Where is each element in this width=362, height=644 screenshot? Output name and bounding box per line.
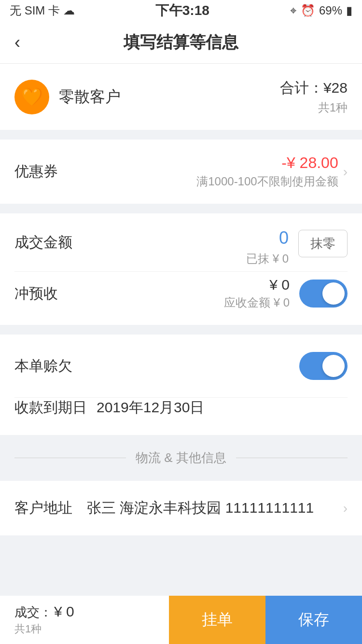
deal-section: 成交金额 0 已抹 ¥ 0 抹零 冲预收 ¥ 0 应收金额 ¥ 0	[0, 213, 362, 325]
status-right: ⌖ ⏰ 69% ▮	[290, 4, 352, 17]
battery-level: 69%	[319, 4, 342, 17]
page-title: 填写结算等信息	[124, 31, 238, 54]
prepay-sub: 应收金额 ¥ 0	[224, 295, 290, 310]
customer-info: 🧡 零散客户	[14, 80, 121, 114]
back-button[interactable]: ‹	[14, 32, 20, 53]
bottom-summary: 成交： ¥ 0 共1种	[0, 596, 169, 644]
round-button[interactable]: 抹零	[298, 230, 348, 257]
deal-amount-sub: 已抹 ¥ 0	[246, 251, 289, 266]
avatar-icon: 🧡	[21, 87, 43, 107]
bottom-deal-label: 成交：	[14, 604, 52, 621]
bottom-count: 共1种	[14, 622, 154, 636]
location-icon: ⌖	[290, 4, 297, 17]
debt-label: 本单赊欠	[14, 356, 72, 376]
coupon-label: 优惠券	[14, 162, 58, 182]
bottom-bar: 成交： ¥ 0 共1种 挂单 保存	[0, 596, 362, 644]
prepay-toggle[interactable]	[299, 280, 348, 308]
customer-name: 零散客户	[59, 86, 121, 108]
customer-total: 合计：¥28 共1种	[280, 78, 348, 115]
due-date-value: 2019年12月30日	[97, 398, 204, 418]
address-label: 客户地址	[14, 498, 72, 518]
coupon-row[interactable]: 优惠券 -¥ 28.00 满1000-100不限制使用金额 ›	[14, 140, 348, 204]
coupon-description: 满1000-100不限制使用金额	[196, 174, 338, 189]
prepay-right: ¥ 0 应收金额 ¥ 0	[224, 277, 348, 310]
save-button[interactable]: 保存	[265, 596, 362, 644]
sim-status: 无 SIM 卡 ☁	[10, 3, 75, 18]
prepay-info: ¥ 0 应收金额 ¥ 0	[224, 277, 290, 310]
divider-right	[236, 458, 348, 458]
deal-amount-group: 0 已抹 ¥ 0	[246, 228, 289, 266]
address-value: 张三 海淀永丰科技园 11111111111	[87, 498, 343, 518]
prepay-amount: ¥ 0	[224, 277, 290, 293]
deal-amount-right: 0 已抹 ¥ 0 抹零	[246, 228, 348, 266]
coupon-amount: -¥ 28.00	[196, 154, 338, 172]
coupon-right: -¥ 28.00 满1000-100不限制使用金额 ›	[196, 154, 348, 189]
debt-section: 本单赊欠 收款到期日 2019年12月30日	[0, 335, 362, 435]
logistics-header: 物流 & 其他信息	[0, 435, 362, 481]
due-date-label: 收款到期日	[14, 398, 87, 418]
prepay-row: 冲预收 ¥ 0 应收金额 ¥ 0	[14, 272, 348, 325]
alarm-icon: ⏰	[301, 4, 315, 17]
status-time: 下午3:18	[155, 1, 209, 20]
customer-row: 🧡 零散客户 合计：¥28 共1种	[14, 64, 348, 130]
coupon-chevron-icon: ›	[343, 164, 348, 180]
debt-toggle[interactable]	[299, 352, 348, 380]
coupon-section: 优惠券 -¥ 28.00 满1000-100不限制使用金额 ›	[0, 140, 362, 204]
prepay-label: 冲预收	[14, 284, 58, 304]
status-left: 无 SIM 卡 ☁	[10, 3, 75, 18]
status-bar: 无 SIM 卡 ☁ 下午3:18 ⌖ ⏰ 69% ▮	[0, 0, 362, 21]
battery-icon: ▮	[346, 4, 352, 17]
deal-amount-row: 成交金额 0 已抹 ¥ 0 抹零	[14, 213, 348, 271]
bottom-spacer	[0, 535, 362, 584]
total-amount: 合计：¥28	[280, 78, 348, 98]
due-date-row[interactable]: 收款到期日 2019年12月30日	[14, 398, 348, 435]
coupon-info: -¥ 28.00 满1000-100不限制使用金额	[196, 154, 338, 189]
logistics-label: 物流 & 其他信息	[136, 449, 226, 466]
bottom-deal-amount: ¥ 0	[54, 603, 74, 620]
debt-row: 本单赊欠	[14, 335, 348, 397]
deal-amount-value[interactable]: 0	[246, 228, 289, 248]
avatar: 🧡	[14, 80, 49, 114]
divider-left	[14, 458, 126, 458]
deal-amount-label: 成交金额	[14, 228, 72, 252]
separator-1	[0, 130, 362, 140]
nav-bar: ‹ 填写结算等信息	[0, 21, 362, 64]
customer-section: 🧡 零散客户 合计：¥28 共1种	[0, 64, 362, 130]
address-row[interactable]: 客户地址 张三 海淀永丰科技园 11111111111 ›	[0, 481, 362, 535]
hang-button[interactable]: 挂单	[169, 596, 265, 644]
total-count: 共1种	[280, 100, 348, 115]
separator-3	[0, 325, 362, 335]
separator-2	[0, 204, 362, 213]
address-chevron-icon: ›	[343, 501, 348, 516]
